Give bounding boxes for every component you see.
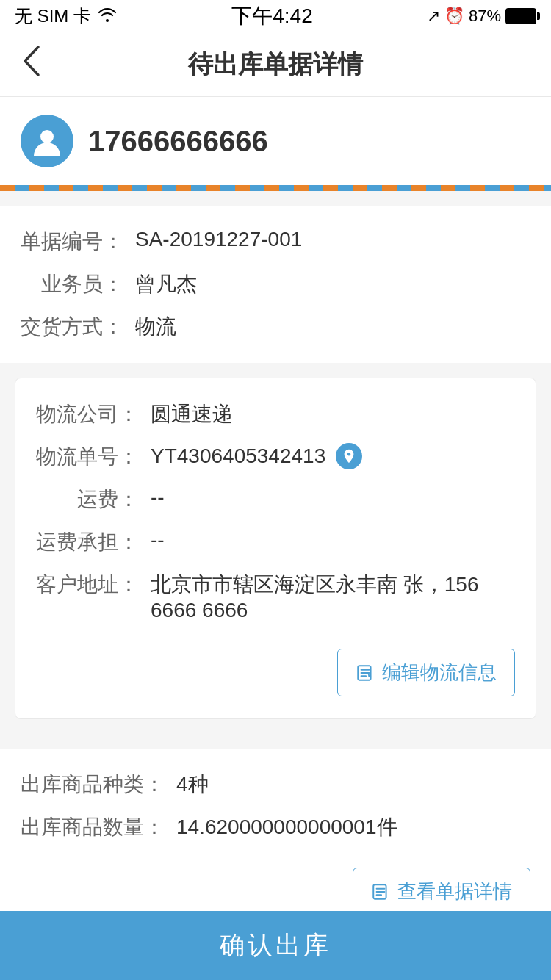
user-phone: 17666666666 bbox=[88, 125, 268, 158]
freight-row: 运费： -- bbox=[36, 486, 515, 514]
freight-label: 运费： bbox=[36, 486, 139, 514]
carrier-text: 无 SIM 卡 bbox=[15, 4, 91, 28]
product-quantity-row: 出库商品数量： 14.620000000000001件 bbox=[21, 813, 530, 841]
status-bar-left: 无 SIM 卡 bbox=[15, 4, 118, 28]
document-number-value: SA-20191227-001 bbox=[135, 228, 530, 251]
edit-logistics-button[interactable]: 编辑物流信息 bbox=[337, 649, 515, 696]
product-quantity-value: 14.620000000000001件 bbox=[176, 813, 530, 841]
customer-address-label: 客户地址： bbox=[36, 571, 139, 599]
tracking-number-value: YT4306405342413 bbox=[151, 443, 515, 469]
edit-logistics-label: 编辑物流信息 bbox=[382, 660, 497, 685]
freight-value: -- bbox=[151, 486, 515, 509]
salesperson-row: 业务员： 曾凡杰 bbox=[21, 270, 530, 298]
view-details-button[interactable]: 查看单据详情 bbox=[353, 868, 530, 915]
delivery-method-row: 交货方式： 物流 bbox=[21, 313, 530, 341]
view-details-label: 查看单据详情 bbox=[397, 879, 512, 904]
salesperson-label: 业务员： bbox=[21, 270, 123, 298]
customer-address-value: 北京市市辖区海淀区永丰南 张，156 6666 6666 bbox=[151, 571, 515, 622]
page-title: 待出库单据详情 bbox=[188, 48, 363, 82]
alarm-icon: ⏰ bbox=[444, 7, 464, 26]
wifi-icon bbox=[97, 6, 118, 26]
logistics-company-label: 物流公司： bbox=[36, 400, 139, 428]
product-type-row: 出库商品种类： 4种 bbox=[21, 771, 530, 799]
tracking-number-row: 物流单号： YT4306405342413 bbox=[36, 443, 515, 471]
freight-bearer-row: 运费承担： -- bbox=[36, 528, 515, 556]
customer-address-row: 客户地址： 北京市市辖区海淀区永丰南 张，156 6666 6666 bbox=[36, 571, 515, 622]
status-bar: 无 SIM 卡 下午4:42 ↗ ⏰ 87% bbox=[0, 0, 551, 32]
basic-info-section: 单据编号： SA-20191227-001 业务员： 曾凡杰 交货方式： 物流 bbox=[0, 206, 551, 363]
avatar bbox=[21, 115, 73, 167]
logistics-company-row: 物流公司： 圆通速递 bbox=[36, 400, 515, 428]
status-bar-right: ↗ ⏰ 87% bbox=[427, 7, 536, 26]
status-bar-time: 下午4:42 bbox=[231, 2, 313, 30]
track-location-button[interactable] bbox=[336, 443, 362, 469]
confirm-outbound-button[interactable]: 确认出库 bbox=[0, 929, 551, 962]
back-button[interactable] bbox=[21, 44, 41, 84]
confirm-button-container: 确认出库 bbox=[0, 911, 551, 980]
logistics-company-value: 圆通速递 bbox=[151, 400, 515, 428]
delivery-method-label: 交货方式： bbox=[21, 313, 123, 341]
product-type-value: 4种 bbox=[176, 771, 530, 799]
user-header: 17666666666 bbox=[0, 97, 551, 185]
logistics-section: 物流公司： 圆通速递 物流单号： YT4306405342413 运费： -- … bbox=[15, 378, 536, 719]
delivery-method-value: 物流 bbox=[135, 313, 530, 341]
section-gap-1 bbox=[0, 719, 551, 734]
product-type-label: 出库商品种类： bbox=[21, 771, 165, 799]
freight-bearer-value: -- bbox=[151, 528, 515, 552]
product-info-section: 出库商品种类： 4种 出库商品数量： 14.620000000000001件 查… bbox=[0, 749, 551, 937]
document-number-row: 单据编号： SA-20191227-001 bbox=[21, 228, 530, 256]
document-number-label: 单据编号： bbox=[21, 228, 123, 256]
battery-icon bbox=[505, 8, 536, 24]
battery-percent: 87% bbox=[469, 7, 501, 26]
freight-bearer-label: 运费承担： bbox=[36, 528, 139, 556]
product-quantity-label: 出库商品数量： bbox=[21, 813, 165, 841]
salesperson-value: 曾凡杰 bbox=[135, 270, 530, 298]
nav-bar: 待出库单据详情 bbox=[0, 32, 551, 97]
location-arrow-icon: ↗ bbox=[427, 7, 440, 26]
tracking-number-label: 物流单号： bbox=[36, 443, 139, 471]
dashed-divider bbox=[0, 185, 551, 191]
svg-point-0 bbox=[40, 130, 54, 143]
